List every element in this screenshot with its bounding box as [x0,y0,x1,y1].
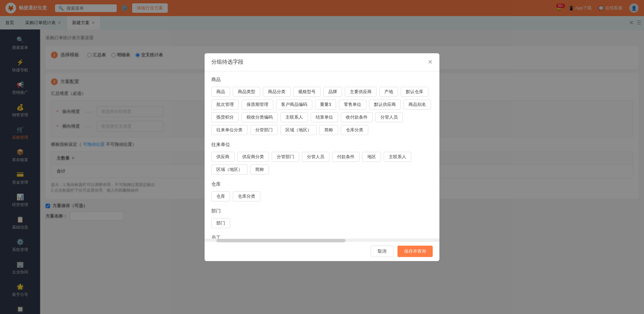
partner-section-title: 往来单位 [211,142,433,148]
modal-title: 分组待选字段 [211,59,244,66]
field-tag-dept[interactable]: 部门 [211,218,230,228]
field-tag-main-contact[interactable]: 主联系人 [280,112,308,122]
modal-header: 分组待选字段 ✕ [205,53,439,71]
field-tag-goods[interactable]: 商品 [211,87,230,97]
field-tag-settlement-unit[interactable]: 结算单位 [311,112,338,122]
modal-hscroll[interactable] [205,239,439,241]
modal-overlay: 分组待选字段 ✕ 商品 商品 商品类型 商品分类 规格型号 品牌 主要供应商 产… [0,0,644,314]
goods-section-title: 商品 [211,77,433,83]
field-tag-manager[interactable]: 分管人员 [375,112,403,122]
field-tag-customer-code[interactable]: 客户商品编码 [276,100,312,110]
field-tag-weight3[interactable]: 重量3 [315,100,336,110]
partner-field-tags: 供应商 供应商分类 分管部门 分管人员 付款条件 地区 主联系人 区域（地区） … [211,152,433,175]
field-tag-goods-type[interactable]: 商品类型 [233,87,260,97]
field-tag-short-name-partner[interactable]: 简称 [250,165,269,175]
field-tag-region-goods[interactable]: 区域（地区） [280,125,317,135]
field-group-employee: 员工 业务员 [211,235,433,239]
field-tag-short-name[interactable]: 简称 [319,125,338,135]
warehouse-section-title: 仓库 [211,181,433,187]
field-tag-main-contact-partner[interactable]: 主联系人 [384,152,411,162]
field-tag-managing-dept[interactable]: 分管部门 [250,125,278,135]
field-tag-default-supplier[interactable]: 默认供应商 [369,100,401,110]
field-tag-spec-model[interactable]: 规格型号 [293,87,321,97]
field-tag-warehouse-category[interactable]: 仓库分类 [341,125,368,135]
field-select-modal: 分组待选字段 ✕ 商品 商品 商品类型 商品分类 规格型号 品牌 主要供应商 产… [205,53,439,261]
modal-footer: 取消 保存并查询 [205,241,439,261]
employee-section-title: 员工 [211,235,433,239]
warehouse-field-tags: 仓库 仓库分类 [211,191,433,201]
field-group-warehouse: 仓库 仓库 仓库分类 [211,181,433,201]
field-tag-payment-terms[interactable]: 收付款条件 [341,112,373,122]
field-tag-dept-manage[interactable]: 分管部门 [272,152,299,162]
field-tag-brand[interactable]: 品牌 [323,87,342,97]
field-tag-goods-category[interactable]: 商品分类 [263,87,290,97]
cancel-button[interactable]: 取消 [371,246,393,257]
field-tag-payment-condition[interactable]: 付款条件 [332,152,360,162]
field-tag-tax-code[interactable]: 税收分类编码 [241,112,278,122]
field-tag-supplier[interactable]: 供应商 [211,152,234,162]
dept-section-title: 部门 [211,208,433,214]
field-tag-batch-mgmt[interactable]: 批次管理 [211,100,239,110]
field-tag-main-supplier[interactable]: 主要供应商 [345,87,377,97]
field-tag-goods-alias[interactable]: 商品别名 [404,100,431,110]
modal-hscroll-thumb[interactable] [216,239,345,242]
field-tag-expiry-mgmt[interactable]: 保质期管理 [241,100,273,110]
field-group-goods: 商品 商品 商品类型 商品分类 规格型号 品牌 主要供应商 产地 默认仓库 批次… [211,77,433,135]
field-tag-default-warehouse[interactable]: 默认仓库 [401,87,428,97]
field-tag-warehouse-type[interactable]: 仓库分类 [233,191,260,201]
modal-close-button[interactable]: ✕ [428,59,433,65]
field-tag-supplier-category[interactable]: 供应商分类 [237,152,269,162]
field-group-dept: 部门 部门 [211,208,433,228]
field-tag-person-manage[interactable]: 分管人员 [302,152,329,162]
goods-field-tags: 商品 商品类型 商品分类 规格型号 品牌 主要供应商 产地 默认仓库 批次管理 … [211,87,433,135]
field-tag-warehouse[interactable]: 仓库 [211,191,230,201]
field-group-partner: 往来单位 供应商 供应商分类 分管部门 分管人员 付款条件 地区 主联系人 区域… [211,142,433,175]
field-tag-area[interactable]: 地区 [362,152,381,162]
modal-body[interactable]: 商品 商品 商品类型 商品分类 规格型号 品牌 主要供应商 产地 默认仓库 批次… [205,71,439,239]
field-tag-pick-points[interactable]: 拣货积分 [211,112,239,122]
field-tag-partner-category[interactable]: 往来单位分类 [211,125,248,135]
save-query-button[interactable]: 保存并查询 [397,246,433,257]
field-tag-origin[interactable]: 产地 [379,87,398,97]
field-tag-region-partner[interactable]: 区域（地区） [211,165,248,175]
dept-field-tags: 部门 [211,218,433,228]
field-tag-retail-unit[interactable]: 零售单位 [339,100,366,110]
